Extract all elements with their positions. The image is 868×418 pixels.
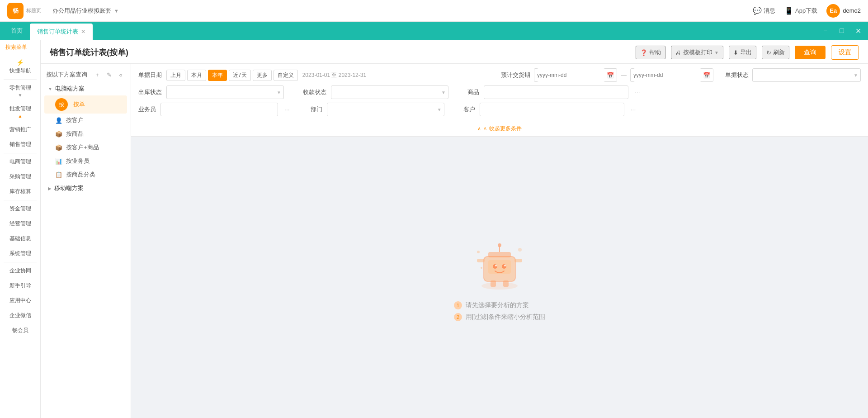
date-btn-this-month[interactable]: 本月 — [187, 70, 206, 81]
export-btn[interactable]: ⬇ 导出 — [729, 46, 756, 59]
sidebar-item-system[interactable]: 系统管理 — [0, 246, 40, 261]
sidebar-item-marketing[interactable]: 营销推广 — [0, 122, 40, 137]
salesperson-input[interactable] — [160, 103, 278, 116]
sidebar-item-member[interactable]: 畅会员 — [0, 323, 40, 338]
product-input[interactable] — [484, 86, 628, 99]
wholesale-label: 批发管理 — [9, 105, 31, 113]
scheme-item-by-customer-label: 按客户 — [66, 116, 84, 124]
sidebar-item-basic[interactable]: 基础信息 — [0, 231, 40, 246]
sidebar-item-inventory[interactable]: 库存核算 — [0, 184, 40, 199]
tab-home[interactable]: 首页 — [4, 22, 30, 40]
settings-btn[interactable]: 设置 — [831, 45, 859, 60]
collapse-label: ∧ 收起更多条件 — [483, 125, 521, 133]
department-select[interactable] — [327, 103, 444, 116]
help-btn[interactable]: ❓ 帮助 — [636, 46, 665, 59]
tip-num-2: 2 — [454, 313, 462, 321]
salesperson-dots[interactable]: ··· — [283, 106, 292, 113]
sidebar-item-finance[interactable]: 资金管理 — [0, 201, 40, 216]
finance-label: 资金管理 — [9, 205, 31, 213]
app-download-btn[interactable]: 📱 App下载 — [784, 6, 817, 15]
sidebar-item-sales-mgr[interactable]: 销售管理 — [0, 137, 40, 152]
search-btn[interactable]: 查询 — [795, 46, 826, 59]
nav-right-icons: － □ ✕ — [819, 24, 864, 37]
sidebar-divider-2 — [4, 153, 37, 153]
sidebar-item-purchase[interactable]: 采购管理 — [0, 169, 40, 184]
sales-mgr-label: 销售管理 — [9, 141, 31, 148]
ecommerce-label: 电商管理 — [9, 158, 31, 166]
message-label: 消息 — [764, 7, 775, 15]
scheme-item-by-customer[interactable]: 👤 按客户 — [44, 114, 127, 127]
date-btn-more[interactable]: 更多 — [253, 70, 272, 81]
customer-input[interactable] — [480, 103, 624, 116]
calendar-to-icon[interactable]: 📅 — [703, 72, 710, 79]
customer-dots[interactable]: ··· — [629, 106, 638, 113]
refresh-btn[interactable]: ↻ 刷新 — [762, 46, 789, 59]
sidebar-item-ecommerce[interactable]: 电商管理 — [0, 154, 40, 169]
date-from-input[interactable] — [537, 68, 605, 82]
scheme-group-mobile-header[interactable]: ▶ 移动端方案 — [44, 181, 127, 195]
tab-sales-stat[interactable]: 销售订单统计表 ✕ — [30, 24, 93, 40]
filter-row-2: 出库状态 ▼ 收款状态 ▼ 商品 ··· — [138, 86, 861, 99]
message-btn[interactable]: 💬 消息 — [753, 6, 775, 15]
avatar: Ea — [826, 4, 840, 18]
calendar-from-icon[interactable]: 📅 — [607, 72, 614, 79]
scheme-group-mobile-arrow: ▶ — [48, 186, 52, 191]
scheme-group-mobile-title: 移动端方案 — [54, 184, 84, 192]
sidebar-search[interactable]: 搜索菜单 — [0, 40, 40, 55]
user-menu[interactable]: Ea demo2 — [826, 4, 861, 18]
window-title-arrow[interactable]: ▼ — [114, 8, 119, 14]
scheme-item-by-category[interactable]: 📋 按商品分类 — [44, 168, 127, 181]
scheme-item-by-cust-prod[interactable]: 📦 按客户+商品 — [44, 141, 127, 154]
date-btn-last7[interactable]: 近7天 — [229, 70, 251, 81]
status-select[interactable] — [752, 68, 861, 82]
nav-maximize-btn[interactable]: □ — [835, 24, 848, 37]
svg-point-9 — [498, 243, 501, 247]
scheme-group-pc-header[interactable]: ▼ 电脑端方案 — [44, 82, 127, 95]
right-content: 销售订单统计表(按单) ❓ 帮助 🖨 按模板打印 ▼ ⬇ 导出 ↻ 刷新 — [41, 40, 868, 418]
scheme-item-by-salesperson[interactable]: 📊 按业务员 — [44, 154, 127, 168]
sidebar-item-wholesale[interactable]: 批发管理 ▲ — [0, 101, 40, 122]
svg-point-16 — [481, 267, 482, 269]
delivery-status-wrap: ▼ — [166, 86, 284, 99]
scheme-add-btn[interactable]: + — [93, 70, 102, 79]
tab-close-icon[interactable]: ✕ — [81, 28, 85, 35]
print-btn[interactable]: 🖨 按模板打印 ▼ — [671, 46, 723, 59]
app-center-label: 应用中心 — [9, 297, 31, 304]
sidebar-item-corp[interactable]: 企业协同 — [0, 263, 40, 278]
department-label: 部门 — [311, 105, 322, 114]
payment-status-select[interactable] — [331, 86, 448, 99]
scheme-edit-btn[interactable]: ✎ — [104, 70, 113, 79]
newbie-label: 新手引导 — [9, 282, 31, 290]
svg-rect-12 — [491, 280, 496, 287]
payment-status-wrap: ▼ — [331, 86, 448, 99]
sidebar-quick-nav[interactable]: ⚡ 快捷导航 — [0, 55, 40, 78]
date-btn-custom[interactable]: 自定义 — [274, 70, 298, 81]
scheme-item-by-order-label: 按单 — [73, 100, 85, 109]
sidebar-item-retail[interactable]: 零售管理 ▼ — [0, 81, 40, 101]
nav-close-btn[interactable]: ✕ — [852, 24, 864, 37]
sidebar-item-corp-wechat[interactable]: 企业微信 — [0, 308, 40, 323]
scheme-item-by-product[interactable]: 📦 按商品 — [44, 127, 127, 141]
corp-label: 企业协同 — [9, 267, 31, 275]
logo-area: 畅 标题页 — [7, 3, 48, 19]
empty-illustration — [470, 234, 529, 294]
tip-num-1: 1 — [454, 301, 462, 309]
by-salesperson-icon: 📊 — [55, 158, 62, 165]
product-dots[interactable]: ··· — [633, 89, 642, 96]
sidebar-item-operations[interactable]: 经营管理 — [0, 216, 40, 231]
delivery-status-select[interactable] — [166, 86, 284, 99]
empty-tips: 1 请先选择要分析的方案 2 用[过滤]条件来缩小分析范围 — [454, 301, 545, 321]
date-btn-last-month[interactable]: 上月 — [166, 70, 185, 81]
scheme-collapse-btn[interactable]: « — [116, 70, 125, 79]
sidebar-item-newbie[interactable]: 新手引导 — [0, 278, 40, 293]
date-btn-this-year[interactable]: 本年 — [208, 70, 227, 81]
purchase-label: 采购管理 — [9, 173, 31, 180]
scheme-item-by-order[interactable]: 按 按单 — [44, 95, 127, 114]
page-title: 销售订单统计表(按单) — [50, 47, 128, 58]
collapse-bar[interactable]: ∧ ∧ 收起更多条件 — [131, 121, 868, 137]
scheme-title: 按以下方案查询 — [46, 71, 89, 79]
nav-minimize-btn[interactable]: － — [819, 24, 832, 37]
sidebar-item-app-center[interactable]: 应用中心 — [0, 293, 40, 308]
date-to-input[interactable] — [633, 68, 701, 82]
scheme-group-pc-arrow: ▼ — [48, 86, 52, 91]
